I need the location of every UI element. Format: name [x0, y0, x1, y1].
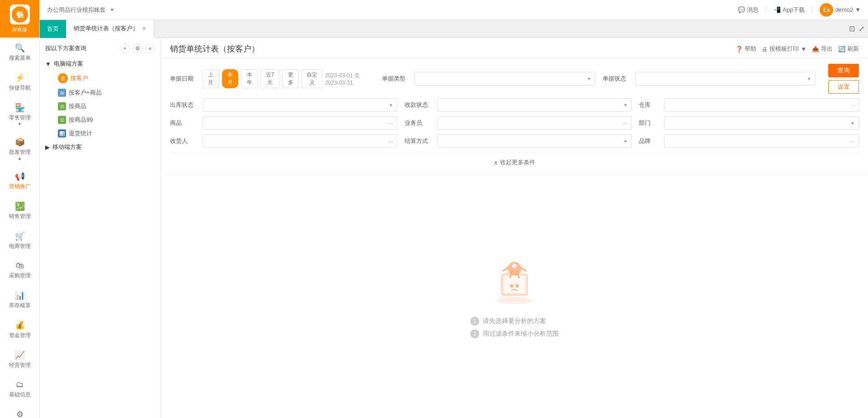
svg-line-9	[503, 268, 508, 271]
sidebar-item-finance[interactable]: 💰 资金管理	[0, 315, 39, 345]
sidebar-item-purchase[interactable]: 🛍 采购管理	[0, 256, 39, 285]
basic-icon: 🗂	[16, 380, 24, 390]
purchase-icon: 🛍	[16, 261, 24, 271]
sidebar-item-basic[interactable]: 🗂 基础信息	[0, 375, 39, 404]
consignee-dots[interactable]: ···	[388, 138, 393, 145]
sidebar-item-quicknav[interactable]: ⚡ 快捷导航	[0, 67, 39, 97]
collapse-up-icon: ∧	[494, 159, 498, 166]
tab-close-icon[interactable]: ✕	[142, 25, 146, 32]
department-select[interactable]: ▼	[664, 116, 859, 130]
filter-row-2: 出库状态 ▼ 收款状态 ▼ 仓库 ···	[170, 98, 859, 112]
empty-tip-1: 1 请先选择要分析的方案	[470, 317, 559, 326]
tree-child-by-goods-99[interactable]: ☰ 按商品99	[40, 113, 160, 127]
goods-dots[interactable]: ···	[388, 119, 393, 127]
by-customer-label: 按客户	[71, 74, 88, 82]
tab-sales-stats[interactable]: 销货单统计表（按客户） ✕	[66, 20, 154, 38]
collapse-button[interactable]: ∧ 收起更多条件	[485, 156, 544, 169]
goods-label: 商品	[170, 119, 195, 127]
empty-tips: 1 请先选择要分析的方案 2 用过滤条件来缩小分析范围	[470, 317, 559, 338]
return-stats-icon: 📊	[58, 129, 66, 138]
sidebar-menu: 🔍 搜索菜单 ⚡ 快捷导航 🏪 零售管理 ▼ 📦 批发管理 ▲ 📢 营销推广 💹…	[0, 38, 39, 418]
template-print-button[interactable]: 🖨 按模板打印 ▼	[762, 45, 807, 53]
help-button[interactable]: ❓ 帮助	[736, 45, 756, 53]
out-status-select[interactable]: ▼	[203, 98, 397, 112]
tree-group-pc-header[interactable]: ▼ 电脑端方案	[40, 57, 160, 71]
sidebar-item-system[interactable]: ⚙ 系统管理	[0, 404, 39, 418]
order-status-label: 单据状态	[603, 75, 628, 83]
tip-1-text: 请先选择要分析的方案	[483, 317, 546, 325]
by-goods-99-label: 按商品99	[69, 116, 93, 124]
sidebar-item-sales[interactable]: 💹 销售管理	[0, 196, 39, 226]
payment-method-label: 结算方式	[405, 137, 430, 145]
sales-stats-tab-label: 销货单统计表（按客户）	[74, 24, 138, 33]
filter-row-4: 收货人 ··· 结算方式 ▼ 品牌 ···	[170, 134, 859, 148]
tab-bar: 首页 销货单统计表（按客户） ✕ ⊡ ⤢	[40, 20, 868, 38]
date-btn-7days[interactable]: 近7天	[260, 69, 279, 88]
tree-child-return-stats[interactable]: 📊 退货统计	[40, 127, 160, 140]
tree-group-mobile-header[interactable]: ▶ 移动端方案	[40, 140, 160, 154]
by-customer-icon: 按	[58, 73, 68, 83]
export-button[interactable]: 📤 导出	[812, 45, 833, 53]
salesperson-select[interactable]: ···	[437, 116, 632, 130]
add-scheme-button[interactable]: +	[120, 43, 130, 53]
window-restore-button[interactable]: ⊡	[849, 24, 855, 33]
window-maximize-button[interactable]: ⤢	[859, 24, 864, 33]
goods-select[interactable]: ···	[203, 116, 397, 130]
consignee-select[interactable]: ···	[203, 134, 397, 148]
header-right: 💬 消息 📲 App下载 Ea demo2 ▼	[738, 3, 861, 17]
department-arrow: ▼	[850, 121, 855, 126]
tab-home[interactable]: 首页	[40, 20, 66, 38]
salesperson-label: 业务员	[405, 119, 430, 127]
refresh-button[interactable]: 🔄 刷新	[838, 45, 859, 53]
receipt-status-select[interactable]: ▼	[437, 98, 632, 112]
date-btn-custom[interactable]: 自定义	[302, 69, 322, 88]
collapse-panel-button[interactable]: «	[145, 43, 155, 53]
tree-child-by-goods[interactable]: ☰ 按商品	[40, 100, 160, 113]
app-download-button[interactable]: 📲 App下载	[774, 6, 805, 14]
sidebar-item-retail[interactable]: 🏪 零售管理 ▼	[0, 97, 39, 132]
wholesale-icon: 📦	[15, 137, 25, 147]
date-btn-this-month[interactable]: 本月	[222, 69, 239, 88]
sidebar-item-ecommerce[interactable]: 🛒 电商管理	[0, 226, 39, 256]
return-stats-label: 退货统计	[69, 129, 92, 138]
message-button[interactable]: 💬 消息	[738, 6, 759, 14]
warehouse-select[interactable]: ···	[664, 98, 859, 112]
sidebar-item-marketing[interactable]: 📢 营销推广	[0, 166, 39, 196]
sidebar-item-wholesale[interactable]: 📦 批发管理 ▲	[0, 132, 39, 166]
header-dropdown[interactable]: ▼	[109, 7, 115, 13]
sidebar-item-operations[interactable]: 📈 经营管理	[0, 345, 39, 375]
refresh-icon: 🔄	[838, 46, 845, 52]
svg-point-12	[515, 284, 519, 288]
settings-scheme-button[interactable]: ⚙	[132, 43, 142, 53]
brand-dots[interactable]: ···	[849, 138, 855, 145]
message-icon: 💬	[738, 6, 745, 13]
brand-select[interactable]: ···	[664, 134, 859, 148]
salesperson-dots[interactable]: ···	[623, 119, 628, 127]
date-btn-last-month[interactable]: 上月	[203, 69, 219, 88]
date-btn-this-year[interactable]: 本年	[241, 69, 258, 88]
settings-button[interactable]: 设置	[828, 80, 859, 94]
left-panel-title: 按以下方案查询	[45, 44, 86, 52]
empty-state: 1 请先选择要分析的方案 2 用过滤条件来缩小分析范围	[161, 175, 868, 418]
content-wrapper: 按以下方案查询 + ⚙ « ▼ 电脑端方案 按 按客户 ⊞	[40, 38, 868, 418]
operations-icon: 📈	[15, 350, 25, 360]
order-type-select[interactable]: ▼	[415, 72, 595, 86]
sidebar-item-inventory[interactable]: 📊 库存核算	[0, 285, 39, 315]
sidebar-item-search[interactable]: 🔍 搜索菜单	[0, 38, 39, 67]
tree-child-by-customer[interactable]: 按 按客户	[40, 71, 160, 86]
payment-method-select[interactable]: ▼	[437, 134, 632, 148]
finance-icon: 💰	[15, 320, 25, 330]
date-btn-more[interactable]: 更多	[282, 69, 299, 88]
logo-area[interactable]: 畅 标账版	[0, 0, 39, 38]
tree-child-by-customer-goods[interactable]: ⊞ 按客户+商品	[40, 86, 160, 100]
print-icon: 🖨	[762, 46, 768, 52]
top-header: 办公用品行业模拟账套 ▼ 💬 消息 📲 App下载 Ea demo2 ▼	[40, 0, 868, 20]
left-panel-actions: + ⚙ «	[120, 43, 155, 53]
tree-group-pc: ▼ 电脑端方案 按 按客户 ⊞ 按客户+商品 ☰ 按商品 ☰ 按商品99	[40, 57, 160, 140]
user-menu[interactable]: Ea demo2 ▼	[820, 3, 861, 17]
order-status-select[interactable]: ▼	[635, 72, 816, 86]
tree-group-pc-label: 电脑端方案	[54, 60, 83, 68]
brand-label: 品牌	[639, 137, 657, 145]
avatar: Ea	[820, 3, 833, 17]
query-button[interactable]: 查询	[828, 64, 859, 77]
